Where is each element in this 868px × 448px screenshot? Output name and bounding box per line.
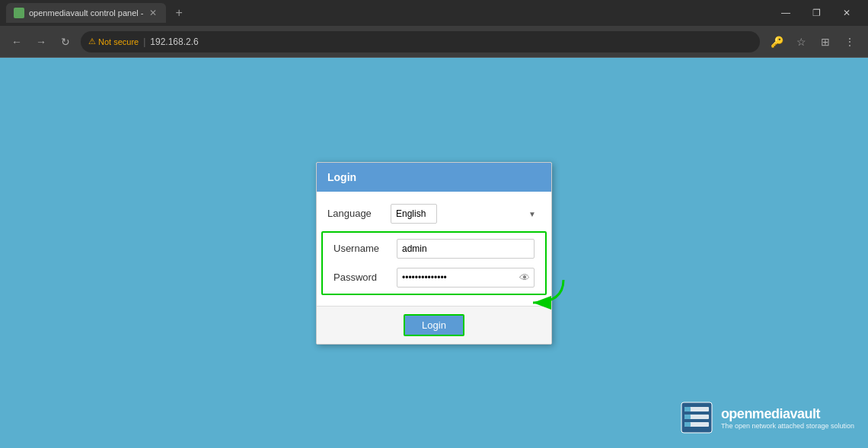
dialog-header: Login [317,163,551,192]
omv-logo-icon [680,401,713,434]
language-row: Language English Deutsch Français Españo… [317,199,551,228]
page-content: Login Language English Deutsch Français … [0,58,868,448]
bookmark-icon[interactable]: ☆ [790,31,812,52]
close-button[interactable]: ✕ [831,0,862,26]
omv-branding: openmediavault The open network attached… [680,401,854,434]
tab-close-button[interactable]: ✕ [148,8,158,18]
login-button[interactable]: Login [404,314,464,336]
back-button[interactable]: ← [8,33,26,51]
language-label: Language [327,208,385,219]
language-select-wrapper: English Deutsch Français Español ▼ [391,204,541,224]
toolbar-icons: 🔑 ☆ ⊞ ⋮ [766,31,860,52]
address-bar[interactable]: ⚠ Not secure | 192.168.2.6 [81,31,760,52]
arrow-annotation [510,272,571,318]
username-input[interactable] [397,239,535,259]
browser-titlebar: openmediavault control panel - ✕ + — ❐ ✕ [0,0,868,26]
extensions-icon[interactable]: ⊞ [815,31,836,52]
browser-toolbar: ← → ↻ ⚠ Not secure | 192.168.2.6 🔑 ☆ ⊞ ⋮ [0,26,868,58]
forward-button[interactable]: → [32,33,50,51]
reload-button[interactable]: ↻ [56,33,75,51]
tab-favicon [14,8,24,18]
browser-tab[interactable]: openmediavault control panel - ✕ [6,3,166,23]
not-secure-label: Not secure [98,37,139,46]
key-icon[interactable]: 🔑 [766,31,787,52]
omv-tagline: The open network attached storage soluti… [721,422,854,430]
username-label: Username [333,243,391,254]
url-text: 192.168.2.6 [150,37,198,47]
minimize-button[interactable]: — [771,0,801,26]
warning-icon: ⚠ [88,37,96,46]
language-select[interactable]: English Deutsch Français Español [391,204,437,224]
new-tab-button[interactable]: + [171,6,187,20]
svg-rect-3 [685,407,691,411]
chevron-down-icon: ▼ [528,209,536,218]
svg-rect-7 [685,422,691,427]
password-label: Password [333,272,391,283]
omv-text-block: openmediavault The open network attached… [721,406,854,430]
tab-title: openmediavault control panel - [29,8,143,17]
separator: | [143,37,145,47]
svg-rect-5 [685,415,691,419]
restore-button[interactable]: ❐ [801,0,831,26]
omv-name: openmediavault [721,406,854,422]
dialog-title: Login [327,171,356,183]
menu-icon[interactable]: ⋮ [839,31,860,52]
window-controls: — ❐ ✕ [771,0,862,26]
security-warning: ⚠ Not secure [88,37,139,46]
username-row: Username [323,234,545,263]
